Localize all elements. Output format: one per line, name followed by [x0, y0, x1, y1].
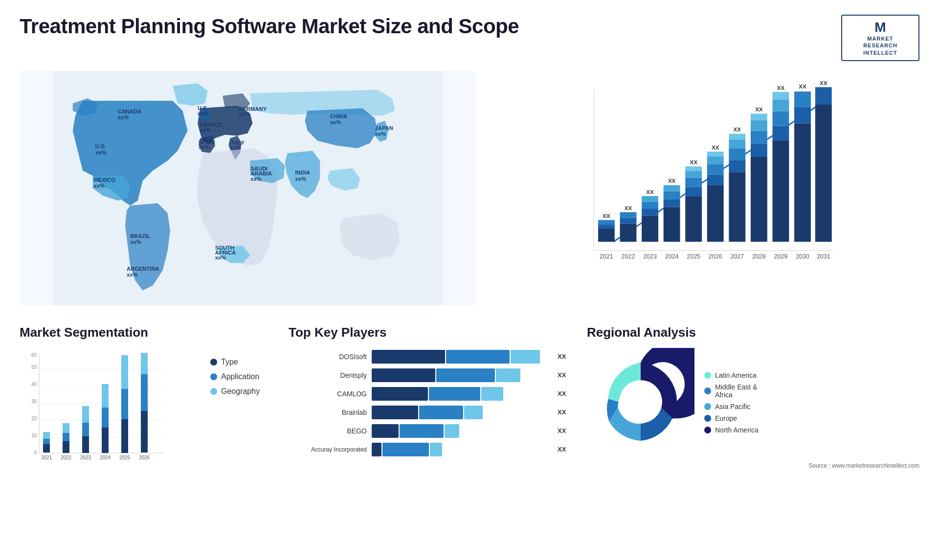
world-map-container: CANADA xx% U.S. xx% MEXICO xx% BRAZIL xx… [20, 71, 475, 305]
svg-rect-61 [707, 185, 724, 242]
svg-text:0: 0 [34, 450, 37, 455]
svg-rect-123 [82, 436, 89, 453]
bar-chart-container: XX XX XX XX XX [495, 71, 919, 305]
svg-rect-129 [121, 419, 128, 453]
player-bar-seg3 [464, 406, 483, 419]
svg-text:10: 10 [31, 433, 37, 438]
player-bar-seg1 [372, 406, 418, 419]
legend-asia-pacific: Asia Pacific [704, 403, 759, 410]
svg-text:50: 50 [31, 365, 37, 370]
page-header: Treatment Planning Software Market Size … [20, 15, 919, 61]
player-xx-accuray: XX [558, 446, 572, 453]
player-bars-accuray [372, 443, 550, 456]
svg-rect-67 [729, 172, 746, 242]
legend-label-type: Type [221, 358, 238, 366]
svg-rect-85 [794, 123, 811, 241]
legend-label-application: Application [221, 372, 259, 381]
svg-rect-69 [729, 149, 746, 160]
player-name-dosisoft: DOSIsoft [289, 353, 367, 361]
svg-rect-68 [729, 160, 746, 172]
svg-text:30: 30 [31, 399, 37, 404]
player-xx-bego: XX [558, 427, 572, 434]
player-bar-seg1 [372, 368, 435, 382]
svg-text:2028: 2028 [752, 253, 766, 260]
player-bar-seg2 [446, 350, 510, 364]
svg-rect-80 [773, 126, 789, 141]
svg-text:XX: XX [777, 85, 785, 91]
player-row-bego: BEGO XX [289, 424, 572, 438]
svg-rect-88 [815, 105, 832, 242]
svg-rect-53 [664, 185, 680, 191]
svg-rect-132 [141, 411, 148, 452]
legend-geography: Geography [210, 387, 274, 396]
player-row-accuray: Accuray Incorporated XX [289, 443, 572, 456]
svg-text:2023: 2023 [80, 455, 91, 460]
svg-rect-58 [686, 171, 702, 177]
svg-rect-47 [642, 202, 658, 209]
player-bar-seg3 [445, 424, 459, 438]
segmentation-svg: 0 10 20 30 40 50 60 [20, 348, 166, 475]
svg-rect-86 [794, 107, 811, 123]
legend-middle-east: Middle East &Africa [704, 383, 759, 399]
svg-rect-50 [664, 207, 680, 241]
svg-rect-81 [773, 111, 789, 126]
svg-rect-73 [751, 157, 767, 242]
svg-rect-64 [707, 156, 724, 164]
svg-rect-59 [686, 166, 702, 171]
player-bar-seg2 [400, 424, 444, 438]
svg-text:2021: 2021 [41, 455, 52, 460]
player-name-brainlab: Brainlab [289, 409, 367, 416]
segmentation-legend: Type Application Geography [210, 348, 274, 396]
svg-rect-74 [751, 144, 767, 157]
segmentation-title: Market Segmentation [20, 325, 274, 340]
player-xx-dosisoft: XX [558, 353, 572, 360]
top-section: CANADA xx% U.S. xx% MEXICO xx% BRAZIL xx… [20, 71, 919, 305]
legend-europe: Europe [704, 414, 759, 422]
svg-text:2031: 2031 [817, 253, 830, 260]
player-xx-camlog: XX [558, 390, 572, 397]
svg-text:XX: XX [712, 145, 719, 151]
svg-rect-76 [751, 120, 767, 130]
svg-rect-52 [664, 191, 680, 199]
svg-rect-87 [794, 91, 811, 107]
svg-rect-62 [707, 174, 724, 185]
player-row-dentsply: Dentsply XX [289, 368, 572, 382]
svg-rect-45 [642, 215, 658, 241]
legend-dot-geography [210, 388, 217, 395]
segmentation-section: Market Segmentation 0 10 20 30 40 50 60 [20, 325, 274, 511]
svg-text:XX: XX [625, 205, 632, 211]
player-bar-seg3 [496, 368, 520, 382]
svg-rect-39 [598, 220, 615, 224]
svg-rect-124 [82, 423, 89, 436]
svg-text:40: 40 [31, 382, 37, 387]
player-bars-camlog [372, 387, 550, 401]
legend-label-north-america: North America [715, 426, 759, 434]
player-bar-seg2 [382, 443, 429, 456]
svg-text:2029: 2029 [774, 253, 788, 260]
legend-latin-america: Latin America [704, 371, 759, 379]
svg-text:XX: XX [647, 189, 654, 195]
player-xx-brainlab: XX [558, 409, 572, 416]
svg-rect-126 [102, 428, 109, 453]
player-bar-seg2 [429, 387, 480, 401]
svg-text:20: 20 [31, 416, 37, 421]
svg-text:XX: XX [603, 213, 611, 219]
player-bar-seg1 [372, 424, 399, 438]
legend-type: Type [210, 358, 274, 366]
svg-rect-38 [598, 224, 615, 229]
legend-application: Application [210, 372, 274, 381]
players-section: Top Key Players DOSIsoft XX Dentsply X [289, 325, 572, 511]
player-bar-seg2 [436, 368, 495, 382]
svg-rect-65 [707, 151, 724, 156]
svg-text:XX: XX [756, 107, 763, 112]
segmentation-chart-wrap: 0 10 20 30 40 50 60 [20, 348, 274, 477]
player-xx-dentsply: XX [558, 371, 572, 379]
svg-rect-42 [620, 218, 637, 224]
bar-chart-svg: XX XX XX XX XX [500, 81, 915, 281]
player-bars-brainlab [372, 406, 550, 419]
svg-rect-120 [63, 441, 69, 453]
svg-text:XX: XX [820, 81, 827, 86]
player-row-camlog: CAMLOG XX [289, 387, 572, 401]
bottom-section: Market Segmentation 0 10 20 30 40 50 60 [20, 325, 919, 511]
player-name-accuray: Accuray Incorporated [289, 446, 367, 453]
